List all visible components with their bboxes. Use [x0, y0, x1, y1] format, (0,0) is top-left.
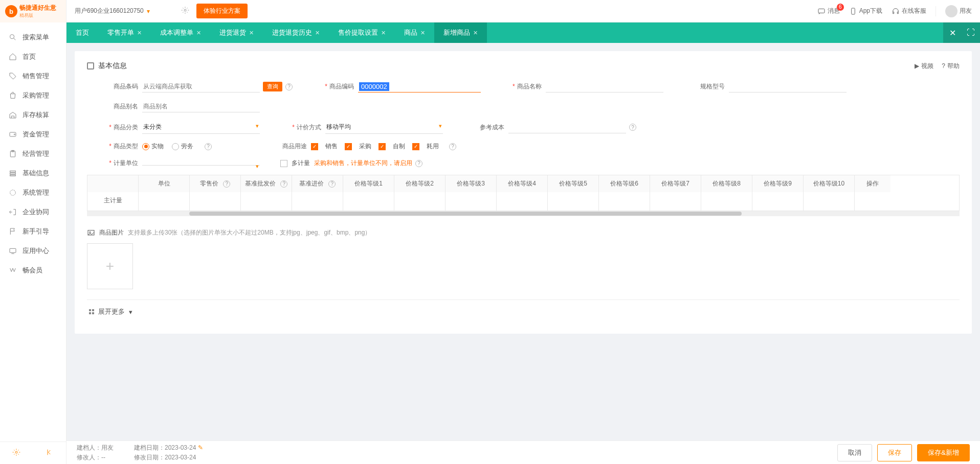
help-icon[interactable]: ? — [328, 180, 336, 188]
tab-return[interactable]: 进货退货✕ — [210, 22, 263, 43]
nav-finance[interactable]: 资金管理 — [0, 125, 66, 144]
close-icon[interactable]: ✕ — [137, 30, 142, 36]
nav-basic[interactable]: 基础信息 — [0, 164, 66, 183]
nav-guide[interactable]: 新手引导 — [0, 222, 66, 241]
tab-price-setting[interactable]: 售价提取设置✕ — [329, 22, 395, 43]
cell[interactable] — [343, 192, 394, 211]
add-image-button[interactable]: + — [87, 243, 133, 289]
nav-apps[interactable]: 应用中心 — [0, 241, 66, 261]
cell[interactable] — [241, 192, 292, 211]
try-solution-button[interactable]: 体验行业方案 — [196, 4, 248, 18]
edit-icon[interactable]: ✎ — [198, 444, 203, 451]
cell[interactable] — [701, 192, 752, 211]
tab-return-history[interactable]: 进货退货历史✕ — [263, 22, 329, 43]
cell[interactable] — [752, 192, 804, 211]
unit-select[interactable]: ▾ — [142, 161, 260, 166]
tab-home[interactable]: 首页 — [66, 22, 98, 43]
radio-service[interactable]: 劳务 — [172, 142, 193, 151]
cell-unit[interactable] — [139, 192, 190, 211]
search-icon — [8, 33, 17, 42]
cell[interactable] — [804, 192, 855, 211]
nav-home[interactable]: 首页 — [0, 47, 66, 66]
close-icon[interactable]: ✕ — [315, 30, 320, 36]
close-icon[interactable]: ✕ — [381, 30, 386, 36]
tag-icon — [8, 72, 17, 81]
help-icon[interactable]: ? — [285, 83, 293, 90]
close-icon[interactable]: ✕ — [420, 30, 425, 36]
nav-sales[interactable]: 销售管理 — [0, 66, 66, 86]
close-icon[interactable]: ✕ — [196, 30, 201, 36]
content-area: 基本信息 ▶ 视频 ? 帮助 商品条码 查询 ? *商品编码 — [66, 43, 980, 440]
close-icon[interactable]: ✕ — [473, 30, 478, 36]
warehouse-icon — [8, 110, 17, 120]
nav-system[interactable]: 系统管理 — [0, 183, 66, 202]
tenant-name: 用户690企业1660120750 — [75, 7, 144, 15]
help-icon[interactable]: ? — [629, 124, 636, 131]
horizontal-scrollbar[interactable] — [87, 211, 960, 216]
collapse-icon[interactable] — [46, 448, 54, 458]
svg-point-13 — [184, 9, 186, 11]
help-icon[interactable]: ? — [223, 180, 230, 188]
save-new-button[interactable]: 保存&新增 — [917, 444, 970, 461]
fullscreen-icon[interactable]: ⛶ — [962, 22, 980, 43]
nav-member[interactable]: 畅会员 — [0, 261, 66, 280]
nav-search[interactable]: 搜索菜单 — [0, 28, 66, 47]
close-all-tabs[interactable]: ✕ — [943, 22, 962, 43]
cell[interactable] — [292, 192, 343, 211]
messages-button[interactable]: 消息 6 — [817, 7, 840, 15]
nav-inventory[interactable]: 库存核算 — [0, 105, 66, 125]
cell[interactable] — [599, 192, 650, 211]
tv-icon — [8, 246, 17, 256]
refcost-input[interactable] — [508, 122, 626, 133]
nav-purchase[interactable]: 采购管理 — [0, 86, 66, 105]
settings-icon[interactable] — [12, 448, 20, 458]
checkbox-purchase[interactable]: ✓ — [345, 143, 352, 150]
nav-collab[interactable]: 企业协同 — [0, 202, 66, 222]
checkbox-consume[interactable]: ✓ — [412, 143, 419, 150]
tab-product[interactable]: 商品✕ — [395, 22, 434, 43]
message-badge: 6 — [837, 4, 844, 11]
checkbox-made[interactable]: ✓ — [378, 143, 386, 150]
cancel-button[interactable]: 取消 — [837, 444, 872, 461]
save-button[interactable]: 保存 — [877, 444, 912, 461]
nav-operation[interactable]: 经营管理 — [0, 144, 66, 164]
tab-cost[interactable]: 成本调整单✕ — [151, 22, 210, 43]
help-icon[interactable]: ? — [449, 143, 456, 150]
query-button[interactable]: 查询 — [263, 82, 282, 91]
category-select[interactable]: 未分类▾ — [142, 121, 260, 134]
help-icon[interactable]: ? — [280, 180, 287, 188]
help-link[interactable]: ? 帮助 — [942, 62, 960, 71]
video-link[interactable]: ▶ 视频 — [915, 62, 933, 71]
name-input[interactable] — [546, 81, 663, 92]
help-icon[interactable]: ? — [415, 160, 422, 167]
cell[interactable] — [548, 192, 599, 211]
spec-input[interactable] — [729, 81, 847, 92]
cell[interactable] — [650, 192, 701, 211]
checkbox-multi[interactable]: ✓ — [280, 160, 287, 167]
tab-new-product[interactable]: 新增商品✕ — [434, 22, 487, 43]
field-spec: 规格型号 — [684, 81, 847, 92]
cell[interactable] — [446, 192, 497, 211]
radio-physical[interactable]: 实物 — [142, 142, 164, 151]
close-icon[interactable]: ✕ — [249, 30, 254, 36]
svg-rect-15 — [851, 8, 855, 14]
help-icon[interactable]: ? — [205, 143, 212, 150]
checkbox-sales[interactable]: ✓ — [311, 143, 318, 150]
pricing-select[interactable]: 移动平均▾ — [325, 121, 443, 134]
gear-icon[interactable] — [181, 6, 189, 16]
cell-op[interactable] — [855, 192, 890, 211]
cell[interactable] — [497, 192, 548, 211]
main: 用户690企业1660120750 ▾ 体验行业方案 消息 6 App下载 在线… — [66, 0, 980, 464]
home-icon — [8, 52, 17, 61]
alias-input[interactable] — [142, 101, 260, 112]
cell[interactable] — [394, 192, 446, 211]
cell[interactable] — [190, 192, 241, 211]
user-menu[interactable]: 用友 — [945, 5, 972, 17]
service-button[interactable]: 在线客服 — [892, 7, 926, 15]
tenant-selector[interactable]: 用户690企业1660120750 ▾ — [75, 7, 177, 15]
tab-retail[interactable]: 零售开单✕ — [98, 22, 151, 43]
expand-more[interactable]: 展开更多 ▾ — [87, 299, 960, 323]
download-button[interactable]: App下载 — [849, 7, 882, 15]
image-section: 商品图片 支持最多上传30张（选择的图片单张大小不超过20MB，支持jpg、jp… — [87, 228, 960, 289]
barcode-input[interactable] — [142, 81, 260, 92]
